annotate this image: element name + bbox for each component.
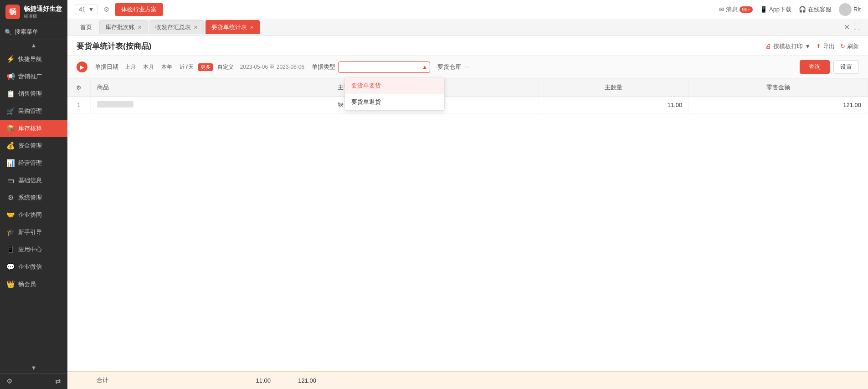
column-settings-icon[interactable]: ⚙ bbox=[76, 84, 82, 91]
member-icon: 👑 bbox=[6, 280, 15, 288]
user-avatar-button[interactable]: Rit bbox=[839, 3, 861, 16]
quick-nav-icon: ⚡ bbox=[6, 55, 15, 63]
export-label: 导出 bbox=[823, 42, 835, 51]
sidebar-item-label: 系统管理 bbox=[18, 194, 42, 202]
sidebar-item-guide[interactable]: 🎓 新手引导 bbox=[0, 224, 67, 241]
sidebar-item-quick-nav[interactable]: ⚡ 快捷导航 bbox=[0, 51, 67, 68]
sidebar-logo: 畅 畅捷通好生意 标准版 bbox=[0, 0, 67, 24]
dropdown-item-order-return[interactable]: 要货单退货 bbox=[345, 94, 444, 110]
sidebar-search[interactable]: 🔍 搜索菜单 bbox=[0, 24, 67, 40]
sidebar-item-sales[interactable]: 📋 销售管理 bbox=[0, 85, 67, 102]
sidebar: 畅 畅捷通好生意 标准版 🔍 搜索菜单 ▲ ⚡ 快捷导航 📢 营销推广 📋 销售… bbox=[0, 0, 67, 389]
tab-expand-button[interactable]: ⛶ bbox=[853, 23, 861, 31]
row-index: 1 bbox=[67, 97, 90, 113]
tab-receivable-summary-label: 收发存汇总表 bbox=[155, 23, 191, 31]
row-quantity: 11.00 bbox=[539, 97, 689, 113]
type-chevron-up-icon[interactable]: ▲ bbox=[422, 64, 427, 70]
export-button[interactable]: ⬆ 导出 bbox=[816, 42, 835, 51]
sidebar-item-purchase[interactable]: 🛒 采购管理 bbox=[0, 102, 67, 120]
sidebar-item-finance[interactable]: 💰 资金管理 bbox=[0, 137, 67, 154]
scroll-up-btn[interactable]: ▲ bbox=[0, 40, 67, 51]
data-table: ⚙ 商品 主计量单位 主数量 零售金额 1 bbox=[67, 79, 868, 113]
toggle-icon[interactable]: ⇄ bbox=[55, 377, 61, 385]
last-7-days-btn[interactable]: 近7天 bbox=[177, 62, 196, 72]
trial-button[interactable]: 体验行业方案 bbox=[115, 3, 163, 16]
type-input[interactable] bbox=[338, 61, 430, 73]
header-gear-button[interactable]: ⚙ bbox=[103, 5, 109, 14]
settings-button[interactable]: 设置 bbox=[833, 60, 859, 74]
sidebar-item-member[interactable]: 👑 畅会员 bbox=[0, 276, 67, 293]
wechat-icon: 💬 bbox=[6, 263, 15, 271]
sidebar-nav: ⚡ 快捷导航 📢 营销推广 📋 销售管理 🛒 采购管理 📦 库存核算 💰 资金管… bbox=[0, 51, 67, 363]
sales-icon: 📋 bbox=[6, 90, 15, 98]
warehouse-more-icon[interactable]: ··· bbox=[464, 63, 470, 71]
product-name-placeholder bbox=[97, 101, 134, 107]
messages-label: 消息 bbox=[726, 5, 738, 14]
this-month-btn[interactable]: 本月 bbox=[140, 62, 157, 72]
scroll-down-btn[interactable]: ▼ bbox=[0, 363, 67, 373]
table-footer: 合计 11.00 121.00 bbox=[67, 371, 868, 389]
row-amount: 121.00 bbox=[689, 97, 868, 113]
tab-inventory-batch-close[interactable]: ✕ bbox=[138, 25, 142, 31]
sidebar-item-label: 采购管理 bbox=[18, 107, 42, 115]
tab-order-stats-label: 要货单统计表 bbox=[211, 23, 247, 31]
sidebar-item-wechat[interactable]: 💬 企业微信 bbox=[0, 258, 67, 276]
warehouse-filter-label: 要货仓库 bbox=[437, 63, 461, 71]
col-settings[interactable]: ⚙ bbox=[67, 79, 90, 97]
filter-expand-button[interactable]: ▶ bbox=[77, 61, 87, 72]
tab-receivable-summary-close[interactable]: ✕ bbox=[194, 25, 198, 31]
basic-icon: 🗃 bbox=[6, 177, 15, 184]
search-icon: 🔍 bbox=[5, 29, 12, 36]
app-download-icon: 📱 bbox=[760, 6, 767, 13]
sidebar-item-marketing[interactable]: 📢 营销推广 bbox=[0, 68, 67, 85]
table-header-row: ⚙ 商品 主计量单位 主数量 零售金额 bbox=[67, 79, 868, 97]
more-badge[interactable]: 更多 bbox=[198, 63, 213, 71]
dropdown-item-order-purchase[interactable]: 要货单要货 bbox=[345, 77, 444, 94]
settings-gear-icon[interactable]: ⚙ bbox=[6, 377, 12, 385]
message-icon: ✉ bbox=[719, 6, 724, 13]
messages-badge: 99+ bbox=[740, 6, 753, 13]
tab-inventory-batch-label: 库存批次账 bbox=[105, 23, 135, 31]
operations-icon: 📊 bbox=[6, 159, 15, 167]
sidebar-item-inventory[interactable]: 📦 库存核算 bbox=[0, 120, 67, 137]
tab-receivable-summary[interactable]: 收发存汇总表 ✕ bbox=[149, 20, 204, 34]
sidebar-item-basic[interactable]: 🗃 基础信息 bbox=[0, 172, 67, 189]
col-product: 商品 bbox=[90, 79, 331, 97]
app-download-button[interactable]: 📱 App下载 bbox=[760, 5, 791, 14]
refresh-button[interactable]: ↻ 刷新 bbox=[840, 42, 859, 51]
store-selector[interactable]: 41 ▼ bbox=[75, 5, 98, 14]
query-button[interactable]: 查询 bbox=[800, 60, 830, 74]
sidebar-item-label: 应用中心 bbox=[18, 246, 42, 254]
print-icon: 🖨 bbox=[765, 43, 771, 50]
last-month-btn[interactable]: 上月 bbox=[122, 62, 139, 72]
online-service-button[interactable]: 🎧 在线客服 bbox=[799, 5, 832, 14]
date-filter-label: 单据日期 bbox=[95, 63, 118, 71]
custom-date-btn[interactable]: 自定义 bbox=[215, 62, 236, 72]
page-content: 要货单统计表(按商品) 🖨 按模板打印 ▼ ⬆ 导出 ↻ 刷新 ▶ bbox=[67, 36, 868, 389]
table-container[interactable]: ⚙ 商品 主计量单位 主数量 零售金额 1 bbox=[67, 79, 868, 371]
marketing-icon: 📢 bbox=[6, 72, 15, 81]
sidebar-item-system[interactable]: ⚙ 系统管理 bbox=[0, 189, 67, 206]
user-avatar bbox=[839, 3, 852, 16]
tab-home[interactable]: 首页 bbox=[75, 20, 98, 34]
sidebar-item-label: 经营管理 bbox=[18, 159, 42, 167]
tab-inventory-batch[interactable]: 库存批次账 ✕ bbox=[99, 20, 148, 34]
logo-text: 畅捷通好生意 标准版 bbox=[24, 5, 62, 19]
tab-order-stats[interactable]: 要货单统计表 ✕ bbox=[205, 20, 260, 34]
footer-label: 合计 bbox=[67, 376, 186, 384]
table-row: 1 块 11.00 121.00 bbox=[67, 97, 868, 113]
this-year-btn[interactable]: 本年 bbox=[159, 62, 175, 72]
print-template-button[interactable]: 🖨 按模板打印 ▼ bbox=[765, 42, 811, 51]
store-dropdown-icon: ▼ bbox=[88, 6, 94, 13]
sidebar-item-app[interactable]: 📱 应用中心 bbox=[0, 241, 67, 258]
search-label: 搜索菜单 bbox=[15, 28, 38, 36]
sidebar-item-corp[interactable]: 🤝 企业协同 bbox=[0, 206, 67, 224]
top-header: 41 ▼ ⚙ 体验行业方案 ✉ 消息 99+ 📱 App下载 🎧 在线客服 R bbox=[67, 0, 868, 19]
messages-button[interactable]: ✉ 消息 99+ bbox=[719, 5, 753, 14]
tab-close-all-button[interactable]: ✕ bbox=[844, 23, 850, 31]
header-left: 41 ▼ ⚙ 体验行业方案 bbox=[75, 3, 163, 16]
refresh-label: 刷新 bbox=[847, 42, 859, 51]
sidebar-item-operations[interactable]: 📊 经营管理 bbox=[0, 154, 67, 172]
system-icon: ⚙ bbox=[6, 194, 15, 202]
tab-order-stats-close[interactable]: ✕ bbox=[250, 25, 254, 31]
